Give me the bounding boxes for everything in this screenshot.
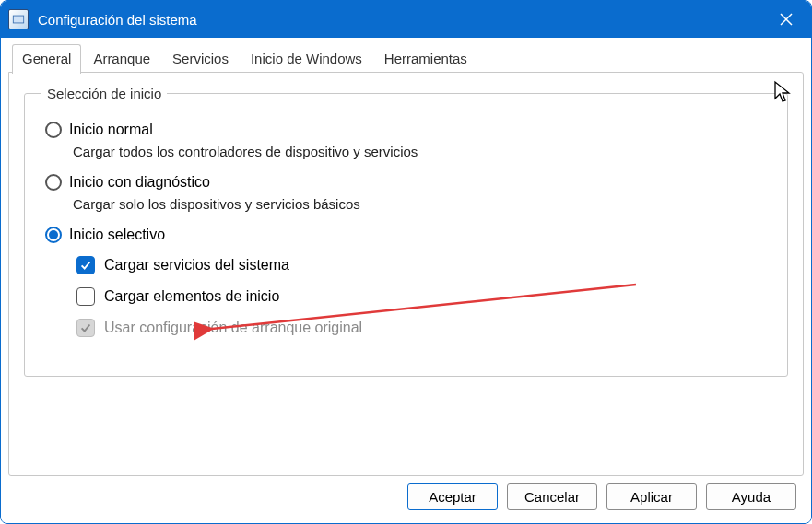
group-legend: Selección de inicio	[41, 86, 167, 101]
checkbox-icon	[76, 287, 95, 306]
tab-boot[interactable]: Arranque	[83, 44, 160, 74]
button-label: Aceptar	[429, 489, 477, 505]
option-description: Cargar solo los dispositivos y servicios…	[73, 196, 771, 212]
option-description: Cargar todos los controladores de dispos…	[73, 144, 771, 159]
tab-label: Arranque	[93, 51, 150, 66]
check-label: Cargar servicios del sistema	[104, 257, 289, 274]
tab-label: General	[22, 51, 71, 66]
button-label: Aplicar	[630, 489, 673, 505]
tab-panel-general: Selección de inicio Inicio normal Cargar…	[8, 72, 804, 476]
close-icon	[780, 13, 793, 26]
dialog-buttons: Aceptar Cancelar Aplicar Ayuda	[8, 476, 804, 514]
option-selective-startup: Inicio selectivo Cargar servicios del si…	[45, 227, 771, 337]
check-load-startup-items[interactable]: Cargar elementos de inicio	[76, 287, 771, 306]
radio-label: Inicio selectivo	[69, 227, 165, 243]
checkbox-icon	[76, 256, 95, 274]
svg-rect-1	[14, 17, 24, 23]
check-label: Cargar elementos de inicio	[104, 288, 279, 305]
radio-normal-startup[interactable]: Inicio normal	[45, 122, 771, 138]
tab-general[interactable]: General	[12, 44, 81, 74]
selective-sub-options: Cargar servicios del sistema Cargar elem…	[76, 256, 771, 337]
radio-label: Inicio normal	[69, 122, 153, 138]
apply-button[interactable]: Aplicar	[606, 483, 697, 510]
radio-label: Inicio con diagnóstico	[69, 174, 210, 191]
option-diagnostic-startup: Inicio con diagnóstico Cargar solo los d…	[45, 174, 771, 212]
radio-icon	[45, 122, 62, 138]
tab-services[interactable]: Servicios	[162, 44, 239, 74]
check-use-original-boot: Usar configuración de arranque original	[76, 319, 771, 337]
option-normal-startup: Inicio normal Cargar todos los controlad…	[45, 122, 771, 159]
radio-diagnostic-startup[interactable]: Inicio con diagnóstico	[45, 174, 771, 191]
tab-strip: General Arranque Servicios Inicio de Win…	[8, 43, 804, 73]
radio-icon	[45, 227, 62, 243]
button-label: Cancelar	[524, 489, 580, 505]
cancel-button[interactable]: Cancelar	[507, 483, 597, 510]
close-button[interactable]	[765, 1, 807, 38]
tab-label: Herramientas	[384, 51, 467, 66]
titlebar: Configuración del sistema	[1, 1, 811, 38]
window-title: Configuración del sistema	[38, 12, 765, 28]
tab-startup[interactable]: Inicio de Windows	[241, 44, 372, 74]
radio-icon	[45, 174, 62, 191]
help-button[interactable]: Ayuda	[706, 483, 796, 510]
radio-selective-startup[interactable]: Inicio selectivo	[45, 227, 771, 243]
msconfig-icon	[8, 9, 29, 29]
tab-label: Servicios	[172, 51, 229, 66]
client-area: General Arranque Servicios Inicio de Win…	[1, 38, 811, 523]
startup-selection-group: Selección de inicio Inicio normal Cargar…	[24, 86, 788, 377]
tab-label: Inicio de Windows	[251, 51, 362, 66]
check-load-system-services[interactable]: Cargar servicios del sistema	[76, 256, 771, 274]
system-configuration-window: Configuración del sistema General Arranq…	[0, 0, 812, 524]
button-label: Ayuda	[732, 489, 771, 505]
check-label: Usar configuración de arranque original	[104, 320, 362, 336]
checkbox-icon	[76, 319, 95, 337]
ok-button[interactable]: Aceptar	[407, 483, 498, 510]
tab-tools[interactable]: Herramientas	[374, 44, 477, 74]
